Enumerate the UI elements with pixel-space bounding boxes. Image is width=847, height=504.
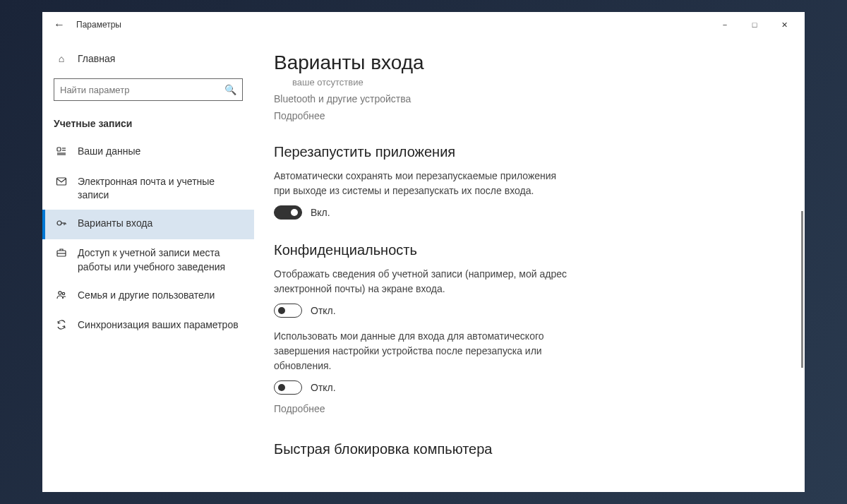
key-icon <box>54 217 69 233</box>
person-icon <box>54 145 69 161</box>
quick-lock-title: Быстрая блокировка компьютера <box>274 441 785 457</box>
svg-point-6 <box>57 221 61 225</box>
minimize-button[interactable]: − <box>710 13 740 36</box>
sidebar-section-header: Учетные записи <box>42 112 254 138</box>
privacy-desc-2: Использовать мои данные для входа для ав… <box>274 329 570 373</box>
toggle-knob-icon <box>291 209 298 216</box>
titlebar: ← Параметры − □ ✕ <box>42 12 805 37</box>
people-icon <box>54 289 69 305</box>
bluetooth-link[interactable]: Bluetooth и другие устройства <box>274 93 785 104</box>
maximize-icon: □ <box>752 20 757 29</box>
search-box[interactable]: 🔍 <box>54 78 243 101</box>
briefcase-icon <box>54 247 69 263</box>
content-area: ⌂ Главная 🔍 Учетные записи Ваши данные Э… <box>42 37 805 492</box>
svg-rect-0 <box>57 148 61 151</box>
learn-more-link[interactable]: Подробнее <box>274 110 785 121</box>
sidebar-item-label: Синхронизация ваших параметров <box>78 318 243 332</box>
privacy-toggle-2-row: Откл. <box>274 380 785 395</box>
close-button[interactable]: ✕ <box>769 13 799 36</box>
sidebar-item-work-school[interactable]: Доступ к учетной записи места работы или… <box>42 239 254 281</box>
home-icon: ⌂ <box>54 53 69 64</box>
sidebar-item-label: Варианты входа <box>78 217 243 231</box>
svg-point-13 <box>62 292 64 294</box>
sidebar-item-label: Семья и другие пользователи <box>78 289 243 303</box>
sidebar: ⌂ Главная 🔍 Учетные записи Ваши данные Э… <box>42 37 254 492</box>
arrow-left-icon: ← <box>54 18 65 31</box>
truncated-prev-text: ваше отсутствие <box>292 77 785 88</box>
privacy-toggle-1-row: Откл. <box>274 304 785 318</box>
close-icon: ✕ <box>781 20 788 30</box>
sidebar-item-your-info[interactable]: Ваши данные <box>42 138 254 168</box>
search-input[interactable] <box>60 85 224 95</box>
mail-icon <box>54 176 69 191</box>
restart-apps-title: Перезапустить приложения <box>274 144 785 160</box>
privacy-toggle-2-label: Откл. <box>311 382 336 393</box>
home-label: Главная <box>78 53 115 64</box>
sidebar-item-email-accounts[interactable]: Электронная почта и учетные записи <box>42 168 254 210</box>
settings-window: ← Параметры − □ ✕ ⌂ Главная 🔍 Учетные за… <box>42 12 805 492</box>
toggle-knob-icon <box>278 307 285 314</box>
sidebar-item-label: Ваши данные <box>78 145 243 159</box>
privacy-toggle-2[interactable] <box>274 380 302 395</box>
main-panel: Варианты входа ваше отсутствие Bluetooth… <box>254 37 805 492</box>
privacy-more-link[interactable]: Подробнее <box>274 403 785 414</box>
sidebar-item-signin-options[interactable]: Варианты входа <box>42 210 254 240</box>
sidebar-item-label: Доступ к учетной записи места работы или… <box>78 246 243 274</box>
svg-point-12 <box>59 291 61 294</box>
privacy-toggle-1[interactable] <box>274 304 302 318</box>
privacy-title: Конфиденциальность <box>274 242 785 258</box>
toggle-knob-icon <box>278 384 285 391</box>
sync-icon <box>54 319 69 335</box>
scrollbar[interactable] <box>800 94 803 485</box>
page-title: Варианты входа <box>274 52 785 74</box>
svg-rect-5 <box>57 178 66 185</box>
restart-apps-toggle[interactable] <box>274 205 302 220</box>
sidebar-item-label: Электронная почта и учетные записи <box>78 175 243 203</box>
back-button[interactable]: ← <box>48 13 71 36</box>
sidebar-item-sync[interactable]: Синхронизация ваших параметров <box>42 311 254 342</box>
restart-apps-toggle-label: Вкл. <box>311 207 330 218</box>
maximize-button[interactable]: □ <box>740 13 769 36</box>
home-nav[interactable]: ⌂ Главная <box>42 46 254 71</box>
privacy-toggle-1-label: Откл. <box>311 305 336 316</box>
privacy-desc-1: Отображать сведения об учетной записи (н… <box>274 267 570 296</box>
search-icon: 🔍 <box>224 84 236 95</box>
restart-apps-desc: Автоматически сохранять мои перезапускае… <box>274 169 570 198</box>
scrollbar-thumb[interactable] <box>801 211 803 368</box>
restart-apps-toggle-row: Вкл. <box>274 205 785 220</box>
sidebar-item-family[interactable]: Семья и другие пользователи <box>42 282 254 312</box>
window-controls: − □ ✕ <box>710 13 799 36</box>
minimize-icon: − <box>723 20 727 29</box>
app-title: Параметры <box>76 20 121 30</box>
